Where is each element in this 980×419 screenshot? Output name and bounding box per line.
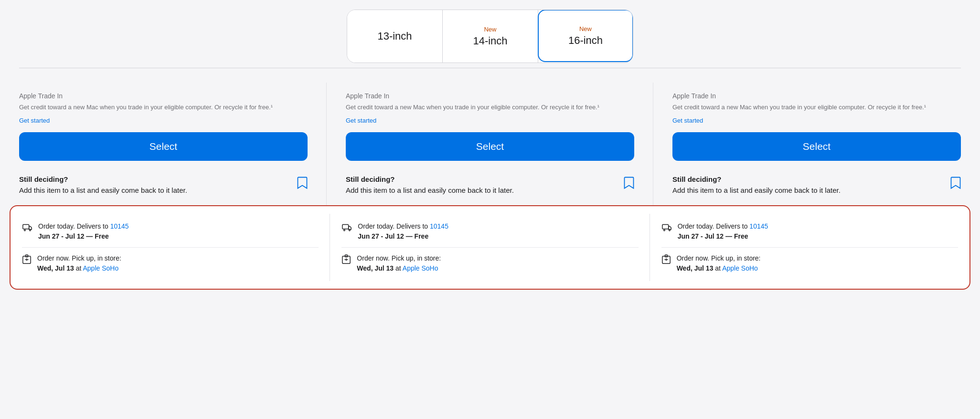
pickup-at-1: at	[76, 264, 83, 272]
still-deciding-title-3: Still deciding?	[672, 175, 841, 183]
pickup-icon-3	[661, 254, 671, 267]
svg-point-1	[24, 230, 26, 231]
pickup-text-3: Order now. Pick up, in store: Wed, Jul 1…	[677, 253, 761, 273]
pickup-store-1[interactable]: Apple SoHo	[83, 264, 118, 272]
pickup-store-3[interactable]: Apple SoHo	[722, 264, 758, 272]
still-deciding-3: Still deciding? Add this item to a list …	[672, 170, 961, 206]
trade-in-section-2: Apple Trade In Get credit toward a new M…	[346, 92, 634, 132]
pickup-at-2: at	[395, 264, 403, 272]
shipping-icon-2	[341, 222, 352, 235]
svg-point-2	[30, 230, 31, 231]
shipping-row-1: Order today. Delivers to 10145 Jun 27 - …	[22, 216, 319, 248]
trade-in-desc-1: Get credit toward a new Mac when you tra…	[19, 103, 308, 112]
size-tabs: 13-inch New 14-inch New 16-inch	[347, 10, 633, 63]
pickup-line1-3: Order now. Pick up, in store:	[677, 254, 761, 262]
still-deciding-text-2: Still deciding? Add this item to a list …	[346, 175, 514, 196]
shipping-icon-3	[661, 222, 672, 235]
page-wrapper: 13-inch New 14-inch New 16-inch Apple Tr…	[0, 0, 980, 419]
shipping-zip-1[interactable]: 10145	[110, 222, 129, 230]
svg-point-7	[349, 230, 351, 231]
shipping-zip-2[interactable]: 10145	[430, 222, 448, 230]
svg-point-12	[669, 230, 670, 231]
trade-in-title-2: Apple Trade In	[346, 92, 634, 100]
trade-in-section-1: Apple Trade In Get credit toward a new M…	[19, 92, 308, 132]
pickup-date-2: Wed, Jul 13	[357, 264, 394, 272]
pickup-text-2: Order now. Pick up, in store: Wed, Jul 1…	[357, 253, 441, 273]
size-tab-13inch[interactable]: 13-inch	[347, 10, 443, 63]
bookmark-icon-2[interactable]	[624, 176, 634, 192]
pickup-icon-1	[22, 254, 32, 267]
bookmark-icon-1[interactable]	[297, 176, 308, 192]
shipping-text-2: Order today. Delivers to 10145 Jun 27 - …	[358, 221, 448, 241]
still-deciding-text-1: Still deciding? Add this item to a list …	[19, 175, 187, 196]
still-deciding-title-2: Still deciding?	[346, 175, 514, 183]
delivery-column-2: Order today. Delivers to 10145 Jun 27 - …	[330, 206, 650, 289]
delivery-section: Order today. Delivers to 10145 Jun 27 - …	[10, 205, 970, 290]
svg-rect-0	[23, 225, 29, 229]
pickup-line1-2: Order now. Pick up, in store:	[357, 254, 441, 262]
still-deciding-desc-2: Add this item to a list and easily come …	[346, 185, 514, 196]
pickup-icon-2	[341, 254, 351, 267]
shipping-dates-2: Jun 27 - Jul 12 — Free	[358, 232, 428, 240]
trade-in-desc-2: Get credit toward a new Mac when you tra…	[346, 103, 634, 112]
pickup-line1-1: Order now. Pick up, in store:	[37, 254, 121, 262]
trade-in-desc-3: Get credit toward a new Mac when you tra…	[672, 103, 961, 112]
trade-in-link-2[interactable]: Get started	[346, 117, 376, 124]
shipping-dates-1: Jun 27 - Jul 12 — Free	[38, 232, 109, 240]
svg-point-11	[663, 230, 665, 231]
pickup-row-3: Order now. Pick up, in store: Wed, Jul 1…	[661, 248, 958, 279]
select-button-3[interactable]: Select	[672, 132, 961, 161]
shipping-text-3: Order today. Delivers to 10145 Jun 27 - …	[678, 221, 768, 241]
columns-container: Apple Trade In Get credit toward a new M…	[0, 83, 980, 205]
trade-in-link-1[interactable]: Get started	[19, 117, 50, 124]
still-deciding-2: Still deciding? Add this item to a list …	[346, 170, 634, 206]
delivery-section-wrapper: Order today. Delivers to 10145 Jun 27 - …	[0, 205, 980, 299]
product-column-2: Apple Trade In Get credit toward a new M…	[327, 83, 653, 205]
pickup-date-1: Wed, Jul 13	[37, 264, 74, 272]
still-deciding-title-1: Still deciding?	[19, 175, 187, 183]
svg-point-6	[344, 230, 345, 231]
shipping-zip-3[interactable]: 10145	[749, 222, 768, 230]
shipping-icon-1	[22, 222, 32, 235]
still-deciding-desc-1: Add this item to a list and easily come …	[19, 185, 187, 196]
shipping-text-1: Order today. Delivers to 10145 Jun 27 - …	[38, 221, 129, 241]
trade-in-link-3[interactable]: Get started	[672, 117, 703, 124]
shipping-line1-2: Order today. Delivers to	[358, 222, 430, 230]
main-area: Apple Trade In Get credit toward a new M…	[0, 83, 980, 299]
delivery-column-3: Order today. Delivers to 10145 Jun 27 - …	[650, 206, 969, 289]
product-column-1: Apple Trade In Get credit toward a new M…	[0, 83, 327, 205]
size-tab-16inch-new-badge: New	[579, 25, 592, 32]
select-button-1[interactable]: Select	[19, 132, 308, 161]
size-tab-13inch-label: 13-inch	[377, 30, 412, 42]
pickup-row-2: Order now. Pick up, in store: Wed, Jul 1…	[341, 248, 638, 279]
pickup-date-3: Wed, Jul 13	[677, 264, 714, 272]
pickup-text-1: Order now. Pick up, in store: Wed, Jul 1…	[37, 253, 121, 273]
trade-in-section-3: Apple Trade In Get credit toward a new M…	[672, 92, 961, 132]
size-tab-16inch[interactable]: New 16-inch	[538, 10, 633, 62]
pickup-store-2[interactable]: Apple SoHo	[403, 264, 438, 272]
pickup-at-3: at	[715, 264, 722, 272]
size-tab-14inch-label: 14-inch	[473, 35, 507, 47]
size-tab-16inch-label: 16-inch	[568, 34, 603, 47]
size-selector-area: 13-inch New 14-inch New 16-inch	[0, 0, 980, 68]
shipping-line1-3: Order today. Delivers to	[678, 222, 750, 230]
shipping-dates-3: Jun 27 - Jul 12 — Free	[678, 232, 748, 240]
shipping-line1-1: Order today. Delivers to	[38, 222, 110, 230]
svg-rect-10	[662, 225, 668, 229]
trade-in-title-3: Apple Trade In	[672, 92, 961, 100]
still-deciding-text-3: Still deciding? Add this item to a list …	[672, 175, 841, 196]
shipping-row-2: Order today. Delivers to 10145 Jun 27 - …	[341, 216, 638, 248]
svg-rect-5	[342, 225, 349, 229]
size-tab-14inch-new-badge: New	[484, 26, 496, 33]
bookmark-icon-3[interactable]	[950, 176, 961, 192]
size-tab-14inch[interactable]: New 14-inch	[443, 10, 538, 63]
pickup-row-1: Order now. Pick up, in store: Wed, Jul 1…	[22, 248, 319, 279]
product-column-3: Apple Trade In Get credit toward a new M…	[653, 83, 980, 205]
still-deciding-desc-3: Add this item to a list and easily come …	[672, 185, 841, 196]
trade-in-title-1: Apple Trade In	[19, 92, 308, 100]
delivery-column-1: Order today. Delivers to 10145 Jun 27 - …	[11, 206, 330, 289]
still-deciding-1: Still deciding? Add this item to a list …	[19, 170, 308, 206]
separator	[19, 68, 961, 68]
select-button-2[interactable]: Select	[346, 132, 634, 161]
shipping-row-3: Order today. Delivers to 10145 Jun 27 - …	[661, 216, 958, 248]
